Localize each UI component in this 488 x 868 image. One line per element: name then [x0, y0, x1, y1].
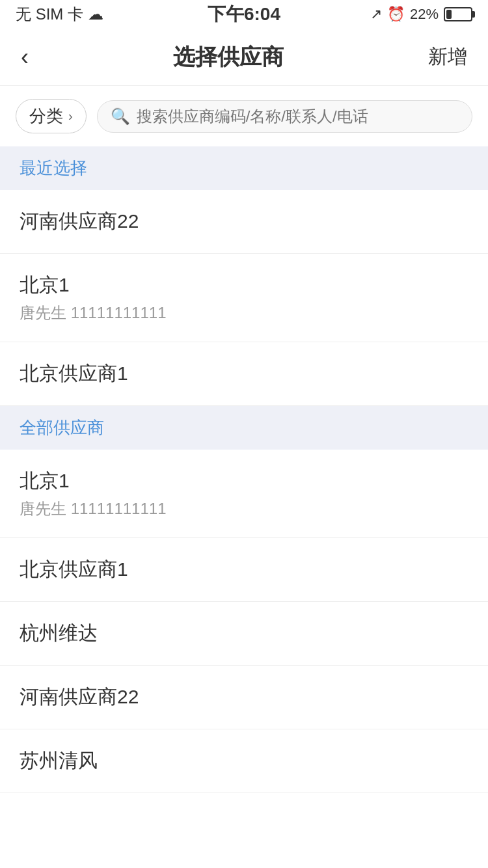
search-icon: 🔍	[111, 107, 130, 126]
all-list-item[interactable]: 河南供应商22	[0, 666, 488, 729]
nav-bar: ‹ 选择供应商 新增	[0, 29, 488, 86]
chevron-right-icon: ›	[68, 109, 73, 124]
all-list-item[interactable]: 北京1唐先生 11111111111	[0, 450, 488, 538]
all-list-item[interactable]: 苏州清风	[0, 729, 488, 793]
item-name: 杭州维达	[20, 620, 468, 647]
item-name: 北京1	[20, 468, 468, 495]
location-icon: ↗	[370, 6, 382, 23]
item-sub: 唐先生 11111111111	[20, 303, 468, 323]
recent-section-label: 最近选择	[20, 158, 87, 178]
all-list-item[interactable]: 北京供应商1	[0, 538, 488, 602]
alarm-icon: ⏰	[387, 6, 405, 23]
status-time: 下午6:04	[208, 2, 280, 27]
battery-percent: 22%	[410, 6, 439, 23]
recent-list-item[interactable]: 北京供应商1	[0, 342, 488, 406]
all-items-list: 北京1唐先生 11111111111北京供应商1杭州维达河南供应商22苏州清风	[0, 450, 488, 793]
status-right: ↗ ⏰ 22%	[370, 6, 472, 23]
item-sub: 唐先生 11111111111	[20, 498, 468, 519]
recent-list-item[interactable]: 河南供应商22	[0, 190, 488, 254]
page-title: 选择供应商	[173, 42, 284, 72]
item-name: 苏州清风	[20, 748, 468, 774]
back-button[interactable]: ‹	[21, 44, 29, 71]
item-name: 河南供应商22	[20, 208, 468, 235]
filter-row: 分类 › 🔍	[0, 86, 488, 146]
category-filter-button[interactable]: 分类 ›	[16, 99, 87, 133]
search-input[interactable]	[137, 107, 459, 126]
recent-items-list: 河南供应商22北京1唐先生 11111111111北京供应商1	[0, 190, 488, 406]
search-box: 🔍	[97, 100, 472, 133]
add-button[interactable]: 新增	[428, 44, 467, 70]
status-left: 无 SIM 卡 ☁	[16, 4, 103, 25]
item-name: 北京供应商1	[20, 556, 468, 583]
item-name: 北京1	[20, 272, 468, 299]
all-list-item[interactable]: 杭州维达	[0, 602, 488, 666]
category-label: 分类	[29, 105, 63, 128]
all-section-label: 全部供应商	[20, 418, 104, 437]
all-section-header: 全部供应商	[0, 406, 488, 450]
item-name: 河南供应商22	[20, 684, 468, 711]
sim-status: 无 SIM 卡 ☁	[16, 4, 103, 25]
item-name: 北京供应商1	[20, 360, 468, 387]
status-bar: 无 SIM 卡 ☁ 下午6:04 ↗ ⏰ 22%	[0, 0, 488, 29]
recent-section-header: 最近选择	[0, 146, 488, 190]
recent-list-item[interactable]: 北京1唐先生 11111111111	[0, 254, 488, 342]
battery-icon	[444, 7, 472, 21]
